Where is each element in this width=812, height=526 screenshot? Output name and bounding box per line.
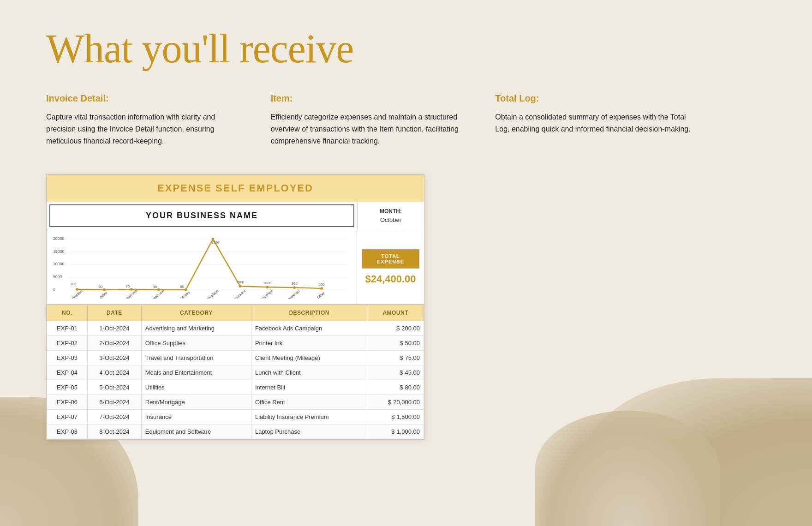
table-row: EXP-055-Oct-2024UtilitiesInternet Bill$8…	[47, 380, 424, 395]
cell-7-3: Laptop Purchase	[251, 424, 367, 439]
svg-text:50: 50	[99, 285, 103, 289]
total-expense-box: TOTAL EXPENSE $24,400.00	[357, 230, 424, 304]
svg-text:Rent/Mort: Rent/Mort	[205, 289, 220, 299]
cell-5-0: EXP-06	[47, 395, 88, 410]
col-category: CATEGORY	[141, 305, 251, 321]
cell-0-4: $200.00	[367, 321, 424, 336]
table-header-row: NO. DATE CATEGORY DESCRIPTION AMOUNT	[47, 305, 424, 321]
currency-symbol: $	[400, 369, 403, 376]
month-value: October	[380, 216, 401, 223]
svg-text:0: 0	[53, 287, 55, 292]
currency-symbol: $	[391, 428, 394, 435]
svg-text:Office: Office	[99, 291, 108, 299]
cell-2-2: Travel and Transportation	[141, 351, 251, 365]
total-expense-label-container: TOTAL EXPENSE	[362, 249, 419, 269]
table-row: EXP-077-Oct-2024InsuranceLiability Insur…	[47, 410, 424, 424]
cell-4-3: Internet Bill	[251, 380, 367, 395]
cell-1-3: Printer Ink	[251, 336, 367, 351]
cell-2-3: Client Meeting (Mileage)	[251, 351, 367, 365]
currency-symbol: $	[400, 384, 403, 391]
currency-symbol: $	[391, 413, 394, 420]
cell-1-1: 2-Oct-2024	[87, 336, 141, 351]
expense-chart: 20000 15000 10000 5000 0	[52, 234, 351, 299]
cell-7-0: EXP-08	[47, 424, 88, 439]
svg-text:5000: 5000	[53, 275, 62, 279]
svg-text:Equipmen: Equipmen	[259, 289, 274, 299]
col-amount: AMOUNT	[367, 305, 424, 321]
item-text: Efficiently categorize expenses and main…	[271, 111, 468, 147]
col-description: DESCRIPTION	[251, 305, 367, 321]
month-label: MONTH:	[380, 208, 402, 215]
chart-area: 20000 15000 10000 5000 0	[47, 230, 357, 304]
cell-6-4: $1,500.00	[367, 410, 424, 424]
cell-3-0: EXP-04	[47, 365, 88, 380]
month-box: MONTH: October	[357, 202, 424, 230]
svg-text:Insurance: Insurance	[233, 289, 247, 299]
cell-0-0: EXP-01	[47, 321, 88, 336]
page-title: What you'll receive	[46, 28, 766, 70]
svg-text:Professio: Professio	[287, 289, 300, 299]
svg-text:550: 550	[319, 282, 325, 287]
cell-3-3: Lunch with Client	[251, 365, 367, 380]
cell-5-4: $20,000.00	[367, 395, 424, 410]
cell-5-1: 6-Oct-2024	[87, 395, 141, 410]
cell-0-3: Facebook Ads Campaign	[251, 321, 367, 336]
table-row: EXP-044-Oct-2024Meals and EntertainmentL…	[47, 365, 424, 380]
spreadsheet-title-bar: EXPENSE SELF EMPLOYED	[47, 175, 424, 202]
cell-6-1: 7-Oct-2024	[87, 410, 141, 424]
table-row: EXP-088-Oct-2024Equipment and SoftwareLa…	[47, 424, 424, 439]
svg-text:Utilities: Utilities	[179, 290, 191, 299]
currency-symbol: $	[400, 354, 403, 361]
svg-text:45: 45	[153, 285, 157, 289]
cell-6-0: EXP-07	[47, 410, 88, 424]
cell-1-0: EXP-02	[47, 336, 88, 351]
cell-3-4: $45.00	[367, 365, 424, 380]
total-log-text: Obtain a consolidated summary of expense…	[495, 111, 692, 135]
col-date: DATE	[87, 305, 141, 321]
invoice-detail-title: Invoice Detail:	[46, 93, 243, 104]
svg-point-19	[320, 287, 323, 290]
svg-point-12	[130, 288, 133, 291]
column-total-log: Total Log: Obtain a consolidated summary…	[495, 93, 692, 147]
svg-text:900: 900	[292, 281, 298, 286]
cell-4-0: EXP-05	[47, 380, 88, 395]
col-no: NO.	[47, 305, 88, 321]
svg-text:10000: 10000	[53, 262, 65, 266]
svg-text:Other: Other	[316, 291, 326, 299]
cell-2-1: 3-Oct-2024	[87, 351, 141, 365]
features-columns: Invoice Detail: Capture vital transactio…	[46, 93, 692, 147]
invoice-detail-text: Capture vital transaction information wi…	[46, 111, 243, 147]
currency-symbol: $	[388, 399, 391, 406]
spreadsheet: EXPENSE SELF EMPLOYED YOUR BUSINESS NAME…	[46, 174, 424, 440]
business-name-box: YOUR BUSINESS NAME	[49, 204, 354, 227]
cell-6-2: Insurance	[141, 410, 251, 424]
table-row: EXP-011-Oct-2024Advertising and Marketin…	[47, 321, 424, 336]
total-expense-label: TOTAL EXPENSE	[368, 253, 413, 264]
svg-text:75: 75	[126, 284, 130, 288]
cell-7-4: $1,000.00	[367, 424, 424, 439]
cell-6-3: Liability Insurance Premium	[251, 410, 367, 424]
top-info-row: YOUR BUSINESS NAME MONTH: October	[47, 202, 424, 230]
cell-7-2: Equipment and Software	[141, 424, 251, 439]
cell-0-1: 1-Oct-2024	[87, 321, 141, 336]
main-content: What you'll receive Invoice Detail: Capt…	[0, 0, 812, 458]
svg-text:80: 80	[180, 285, 184, 289]
column-item: Item: Efficiently categorize expenses an…	[271, 93, 468, 147]
svg-point-16	[239, 285, 242, 287]
currency-symbol: $	[400, 340, 403, 347]
svg-point-18	[293, 286, 296, 289]
svg-point-10	[76, 288, 78, 291]
total-expense-value: $24,400.00	[365, 273, 416, 285]
cell-1-4: $50.00	[367, 336, 424, 351]
cell-5-2: Rent/Mortgage	[141, 395, 251, 410]
cell-3-2: Meals and Entertainment	[141, 365, 251, 380]
cell-4-1: 5-Oct-2024	[87, 380, 141, 395]
total-log-title: Total Log:	[495, 93, 692, 104]
svg-text:1000: 1000	[263, 281, 272, 285]
spreadsheet-title: EXPENSE SELF EMPLOYED	[54, 182, 417, 194]
cell-5-3: Office Rent	[251, 395, 367, 410]
svg-text:15000: 15000	[53, 249, 65, 254]
svg-text:20000: 20000	[53, 236, 65, 241]
table-row: EXP-033-Oct-2024Travel and Transportatio…	[47, 351, 424, 365]
cell-4-4: $80.00	[367, 380, 424, 395]
